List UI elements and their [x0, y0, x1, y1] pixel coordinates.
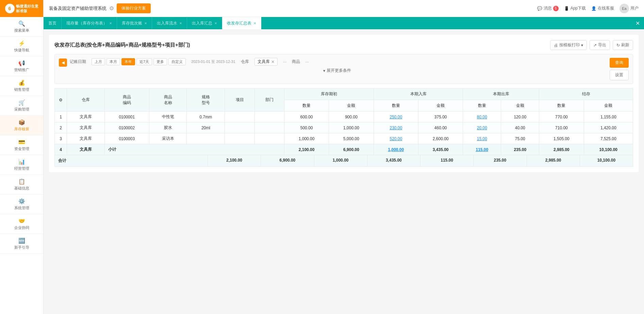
tab-inout-summary-close[interactable]: ✕ [214, 21, 217, 25]
trial-button[interactable]: 体验行业方案 [117, 3, 151, 13]
date-btn-this-month[interactable]: 本月 [106, 58, 120, 65]
row-open-amt-0: 900.00 [329, 112, 374, 122]
tab-batch-close[interactable]: ✕ [144, 21, 147, 25]
expand-btn[interactable]: ▾ 展开更多条件 [323, 68, 351, 73]
content-area: 收发存汇总表(按仓库+商品编码+商品+规格型号+项目+部门) 🖨 按模板打印 ▾… [44, 29, 644, 314]
sidebar-item-9[interactable]: ⚙️系统管理 [0, 195, 43, 214]
row-out-qty-2[interactable]: 15.00 [463, 133, 501, 144]
table-gear-header[interactable]: ⚙ [55, 88, 67, 112]
date-range: 2023-01-01 至 2023-12-31 [191, 59, 235, 64]
row-open-amt-2: 5,000.00 [329, 133, 374, 144]
notification-item[interactable]: 💬 消息 6 [537, 5, 559, 11]
row-project-0 [225, 112, 254, 122]
sub-bal-qty: 2,985.00 [539, 144, 584, 155]
tab-inout-flow[interactable]: 出入库流水 ✕ [152, 17, 187, 29]
sidebar-label-4: 采购管理 [14, 107, 29, 112]
date-btn-this-year[interactable]: 本年 [121, 58, 135, 65]
table-bal-qty-header: 数量 [539, 100, 584, 112]
footer-open-qty: 2,100.00 [208, 155, 261, 166]
row-in-amt-1: 460.00 [418, 122, 463, 133]
table-out-amt-header: 金额 [501, 100, 539, 112]
footer-out-amt: 235.00 [474, 155, 527, 166]
row-out-qty-1[interactable]: 20.00 [463, 122, 501, 133]
row-spec-1: 20ml [187, 122, 225, 133]
settings-button[interactable]: 设置 [610, 70, 629, 80]
service-icon: 👤 [591, 6, 596, 11]
sub-in-qty[interactable]: 1,000.00 [374, 144, 418, 155]
close-all-tabs[interactable]: ✕ [631, 20, 644, 27]
sidebar-item-11[interactable]: 🆕新手引导 [0, 234, 43, 254]
topbar-right: 💬 消息 6 📱 App下载 👤 在线客服 Ea 用户 [537, 4, 639, 13]
filter-collapse-btn[interactable]: ◀ [59, 59, 67, 67]
table-row: 2 文具库 0100002 胶水 20ml 500.00 1,000.00 23… [55, 122, 633, 133]
sidebar-item-2[interactable]: 📢营销推广 [0, 56, 43, 76]
date-shortcuts: 上月 本月 本年 近7天 更多 自定义 [92, 58, 186, 65]
tab-inout-summary[interactable]: 出入库汇总 ✕ [187, 17, 222, 29]
app-download-item[interactable]: 📱 App下载 [564, 5, 586, 11]
online-service-item[interactable]: 👤 在线客服 [591, 5, 614, 11]
sidebar-item-10[interactable]: 🤝企业协同 [0, 214, 43, 234]
tab-home-label: 首页 [48, 20, 56, 26]
row-no-0: 1 [55, 112, 67, 122]
settings-icon[interactable]: ⚙ [109, 5, 114, 12]
date-btn-7days[interactable]: 近7天 [136, 58, 152, 65]
date-btn-last-month[interactable]: 上月 [92, 58, 105, 65]
sidebar-label-9: 系统管理 [14, 205, 29, 211]
row-bal-amt-0: 1,155.00 [584, 112, 633, 122]
user-item[interactable]: Ea 用户 [620, 4, 639, 13]
user-avatar: Ea [620, 4, 629, 13]
row-bal-amt-1: 1,420.00 [584, 122, 633, 133]
sidebar-icon-10: 🤝 [18, 218, 25, 224]
tab-inventory-dist[interactable]: 现存量（库存分布表） ✕ [62, 17, 117, 29]
sidebar-label-1: 快捷导航 [14, 48, 29, 53]
tab-recv-send-summary[interactable]: 收发存汇总表 ✕ [222, 17, 261, 29]
export-button[interactable]: ↗ 导出 [590, 40, 610, 50]
sidebar-label-0: 搜索菜单 [14, 28, 29, 33]
tab-batch[interactable]: 库存批次账 ✕ [117, 17, 152, 29]
tab-home[interactable]: 首页 [44, 17, 62, 29]
tab-inventory-dist-close[interactable]: ✕ [109, 21, 112, 25]
tab-recv-send-close[interactable]: ✕ [253, 21, 256, 25]
row-name-1: 胶水 [149, 122, 187, 133]
table-name-header: 商品名称 [149, 88, 187, 112]
warehouse-tag-remove[interactable]: ✕ [271, 60, 275, 64]
warehouse-more-options[interactable]: ··· [283, 60, 286, 64]
sidebar-item-3[interactable]: 💰销售管理 [0, 76, 43, 96]
row-in-amt-2: 2,600.00 [418, 133, 463, 144]
date-btn-custom[interactable]: 自定义 [168, 58, 186, 65]
topbar-left: 装备及固定资产辅助管理系统 ⚙ 体验行业方案 [49, 3, 151, 13]
row-in-qty-0[interactable]: 250.00 [374, 112, 418, 122]
sidebar-item-7[interactable]: 📊经营管理 [0, 155, 43, 175]
table-in-header: 本期入库 [374, 88, 463, 100]
sub-no: 4 [55, 144, 67, 155]
export-icon: ↗ [593, 43, 597, 48]
warehouse-tag[interactable]: 文具库 ✕ [254, 58, 278, 66]
query-button[interactable]: 查询 [610, 58, 629, 68]
page-header: 收发存汇总表(按仓库+商品编码+商品+规格型号+项目+部门) 🖨 按模板打印 ▾… [54, 40, 633, 50]
sidebar-label-3: 销售管理 [14, 87, 29, 92]
row-out-qty-0[interactable]: 80.00 [463, 112, 501, 122]
user-label: 用户 [630, 5, 639, 11]
sidebar-item-5[interactable]: 📦库存核算 [0, 116, 43, 135]
notification-icon: 💬 [537, 6, 542, 11]
tab-inout-flow-close[interactable]: ✕ [179, 21, 182, 25]
sidebar-item-8[interactable]: 📋基础信息 [0, 175, 43, 195]
date-btn-more[interactable]: 更多 [153, 58, 167, 65]
table-opening-header: 库存期初 [284, 88, 374, 100]
row-spec-0: 0.7mm [187, 112, 225, 122]
refresh-button[interactable]: ↻ 刷新 [613, 40, 633, 50]
sidebar-item-4[interactable]: 🛒采购管理 [0, 96, 43, 116]
sidebar-item-1[interactable]: ⚡快捷导航 [0, 37, 43, 56]
row-warehouse-1: 文具库 [67, 122, 105, 133]
sidebar-item-0[interactable]: 🔍搜索菜单 [0, 17, 43, 37]
footer-values: 2,100.00 6,900.00 1,000.00 3,435.00 115.… [208, 155, 633, 166]
goods-more-options[interactable]: ··· [306, 60, 309, 64]
print-button[interactable]: 🖨 按模板打印 ▾ [550, 40, 587, 50]
table-out-qty-header: 数量 [463, 100, 501, 112]
row-in-qty-2[interactable]: 520.00 [374, 133, 418, 144]
sub-out-qty[interactable]: 115.00 [463, 144, 501, 155]
row-open-amt-1: 1,000.00 [329, 122, 374, 133]
row-in-qty-1[interactable]: 230.00 [374, 122, 418, 133]
sidebar-icon-11: 🆕 [18, 237, 25, 244]
sidebar-item-6[interactable]: 💳资金管理 [0, 135, 43, 155]
